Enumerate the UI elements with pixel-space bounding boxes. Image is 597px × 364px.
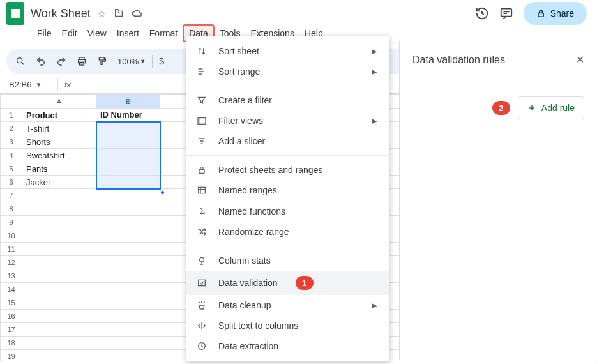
menu-data-validation[interactable]: Data validation 1 <box>186 271 389 295</box>
add-rule-button[interactable]: ＋ Add rule <box>518 96 584 119</box>
select-all-corner[interactable] <box>1 95 22 109</box>
menu-sort-sheet[interactable]: Sort sheet▶ <box>186 41 389 61</box>
col-header-a[interactable]: A <box>22 95 96 109</box>
row-header[interactable]: 4 <box>1 149 22 162</box>
menu-add-slicer[interactable]: Add a slicer <box>186 131 389 151</box>
svg-rect-0 <box>501 9 511 17</box>
cell[interactable] <box>96 162 160 176</box>
validation-icon <box>197 278 208 288</box>
lock-icon <box>536 9 545 18</box>
randomize-icon <box>197 227 208 237</box>
menu-protect[interactable]: Protect sheets and ranges <box>186 160 389 180</box>
named-ranges-icon <box>197 185 208 195</box>
col-header-b[interactable]: B <box>96 95 160 109</box>
row-header[interactable]: 6 <box>1 176 22 189</box>
cell[interactable]: Shorts <box>22 135 96 149</box>
row-header[interactable]: 1 <box>1 109 22 122</box>
slicer-icon <box>197 136 208 146</box>
cell[interactable]: Jacket <box>22 176 96 189</box>
submenu-arrow-icon: ▶ <box>372 117 377 125</box>
cell[interactable]: T-shirt <box>22 122 96 135</box>
submenu-arrow-icon: ▶ <box>372 301 377 310</box>
callout-badge-2: 2 <box>492 101 510 115</box>
share-button[interactable]: Share <box>524 2 587 25</box>
submenu-arrow-icon: ▶ <box>372 47 377 56</box>
svg-rect-6 <box>99 57 104 60</box>
cloud-icon[interactable] <box>132 8 143 20</box>
currency-format-button[interactable]: $ <box>159 56 164 66</box>
comment-icon[interactable] <box>499 6 513 20</box>
row-header[interactable]: 5 <box>1 162 22 176</box>
menu-named-ranges[interactable]: Named ranges <box>186 180 389 201</box>
cell[interactable] <box>96 176 160 189</box>
star-icon[interactable]: ☆ <box>97 8 106 20</box>
menu-data-cleanup[interactable]: Data cleanup▶ <box>186 295 389 315</box>
svg-rect-8 <box>199 169 204 173</box>
data-validation-panel: Data validation rules ✕ 2 ＋ Add rule <box>399 41 597 360</box>
paint-format-icon[interactable] <box>97 56 111 66</box>
svg-rect-1 <box>538 13 543 17</box>
cell[interactable]: Sweatshirt <box>22 149 96 162</box>
menu-edit[interactable]: Edit <box>57 26 82 41</box>
row-header[interactable]: 2 <box>1 122 22 135</box>
close-icon[interactable]: ✕ <box>576 54 584 66</box>
svg-rect-9 <box>199 187 206 193</box>
cell[interactable] <box>96 135 160 149</box>
plus-icon: ＋ <box>527 102 536 114</box>
redo-icon[interactable] <box>56 56 70 66</box>
menu-view[interactable]: View <box>82 26 112 41</box>
menu-filter-views[interactable]: Filter views▶ <box>186 110 389 131</box>
selection-handle[interactable] <box>160 190 165 195</box>
cell[interactable]: ID Number <box>96 109 160 122</box>
menu-file[interactable]: File <box>32 26 57 41</box>
cell[interactable]: Pants <box>22 162 96 176</box>
sort-range-icon <box>197 66 208 77</box>
svg-rect-11 <box>199 280 206 285</box>
cell[interactable] <box>96 149 160 162</box>
filter-icon <box>197 95 208 105</box>
cell[interactable]: Product <box>22 109 96 122</box>
menu-column-stats[interactable]: Column stats <box>186 250 389 271</box>
fx-label: fx <box>64 80 71 89</box>
menu-format[interactable]: Format <box>144 26 183 41</box>
split-icon <box>197 321 208 331</box>
row-header[interactable]: 3 <box>1 135 22 149</box>
sort-sheet-icon <box>197 46 208 56</box>
history-icon[interactable] <box>475 6 489 20</box>
menu-create-filter[interactable]: Create a filter <box>186 90 389 110</box>
print-icon[interactable] <box>77 56 91 66</box>
zoom-select[interactable]: 100% ▼ <box>117 57 146 66</box>
extraction-icon <box>197 341 208 351</box>
search-icon[interactable] <box>15 56 29 66</box>
svg-point-2 <box>17 58 22 63</box>
add-rule-label: Add rule <box>541 103 575 113</box>
svg-point-10 <box>200 257 204 262</box>
share-label: Share <box>550 8 574 19</box>
svg-rect-7 <box>198 118 206 125</box>
menu-named-functions[interactable]: Σ Named functions <box>186 201 389 222</box>
named-functions-icon: Σ <box>197 206 208 216</box>
menu-insert[interactable]: Insert <box>112 26 144 41</box>
cell[interactable] <box>96 122 160 135</box>
cleanup-icon <box>197 300 208 310</box>
callout-badge-1: 1 <box>296 276 314 290</box>
stats-icon <box>197 255 208 266</box>
submenu-arrow-icon: ▶ <box>372 68 377 76</box>
menu-sort-range[interactable]: Sort range▶ <box>186 61 389 82</box>
data-menu-dropdown: Sort sheet▶ Sort range▶ Create a filter … <box>186 36 389 361</box>
sheets-logo[interactable] <box>6 2 24 25</box>
panel-title: Data validation rules <box>412 54 505 66</box>
menu-data-extraction[interactable]: Data extraction <box>186 336 389 356</box>
undo-icon[interactable] <box>36 56 50 66</box>
doc-title[interactable]: Work Sheet <box>31 7 91 20</box>
menu-randomize[interactable]: Randomize range <box>186 222 389 242</box>
move-icon[interactable] <box>114 8 124 20</box>
menu-split-text[interactable]: Split text to columns <box>186 315 389 336</box>
protect-icon <box>197 165 208 175</box>
filter-views-icon <box>197 116 208 126</box>
name-box[interactable]: B2:B6▼ <box>6 80 51 89</box>
